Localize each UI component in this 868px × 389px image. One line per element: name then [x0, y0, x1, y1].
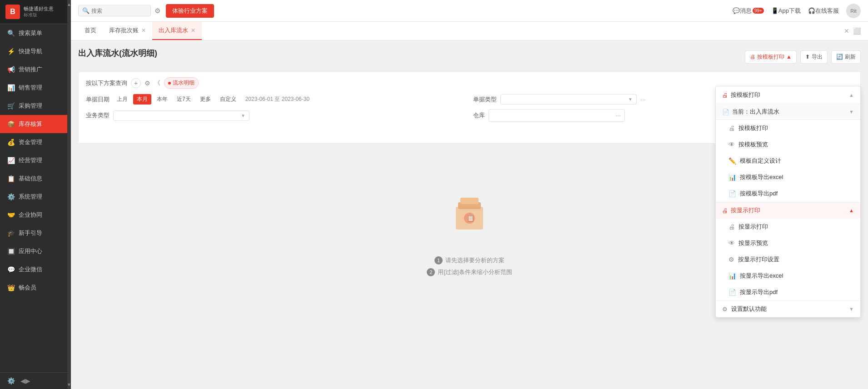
sidebar-item-search[interactable]: 🔍 搜索菜单	[0, 24, 67, 42]
msg-label: 消息	[740, 7, 752, 15]
sidebar-item-finance[interactable]: 💰 资金管理	[0, 133, 67, 151]
maximize-icon[interactable]: ⬜	[853, 27, 861, 35]
display-settings-label: 按显示打印设置	[738, 255, 779, 264]
sidebar-item-apps[interactable]: 🔲 应用中心	[0, 242, 67, 260]
collapse-sidebar-icon[interactable]: ◀▶	[20, 377, 30, 384]
sidebar-item-guide[interactable]: 🎓 新手引导	[0, 224, 67, 242]
tab-flow-close[interactable]: ✕	[191, 27, 195, 34]
sidebar-item-wechat[interactable]: 💬 企业微信	[0, 260, 67, 279]
sidebar-label: 库存核算	[19, 120, 42, 128]
template-excel-item[interactable]: 📊 按模板导出excel	[716, 169, 860, 185]
voucher-type-dots[interactable]: ···	[640, 96, 646, 103]
date-tab-7days[interactable]: 近7天	[173, 94, 195, 105]
app-subtitle: 标准版	[24, 12, 54, 18]
tabbar: 首页 库存批次账 ✕ 出入库流水 ✕ ✕ ⬜	[71, 22, 868, 40]
date-tab-more[interactable]: 更多	[196, 94, 215, 105]
sidebar-item-vip[interactable]: 👑 畅会员	[0, 279, 67, 297]
template-print-item[interactable]: 🖨 按模板打印	[716, 120, 860, 136]
template-pdf-item[interactable]: 📄 按模板导出pdf	[716, 185, 860, 202]
topbar: 🔍 ⚙ 体验行业方案 💬 消息 99+ 📱 App下载 🎧 在线客服 Rit	[71, 0, 868, 22]
online-service-btn[interactable]: 🎧 在线客服	[808, 7, 839, 15]
sidebar-item-inventory[interactable]: 📦 库存核算	[0, 115, 67, 133]
display-section-chevron: ▲	[849, 208, 854, 213]
warehouse-label: 仓库	[473, 111, 485, 120]
sidebar-label: 快捷导航	[19, 47, 42, 55]
template-section: 🖨 按模板打印 👁 按模板预览 ✏️ 模板自定义设计 📊 按模板导出excel …	[716, 120, 860, 202]
empty-illustration: 📋	[447, 193, 492, 247]
msg-icon: 💬	[733, 7, 740, 14]
voucher-type-dropdown[interactable]: ▼	[500, 94, 637, 105]
sidebar-item-basic[interactable]: 📋 基础信息	[0, 170, 67, 188]
sidebar-label: 经营管理	[19, 156, 42, 165]
panel-chevron-up: ▲	[849, 92, 854, 98]
warehouse-dropdown[interactable]: ···	[489, 109, 625, 122]
display-pdf-label: 按显示导出pdf	[740, 288, 778, 296]
filter-add-btn[interactable]: +	[131, 78, 141, 88]
current-icon: 📄	[722, 109, 729, 115]
business-type-label: 业务类型	[86, 111, 110, 120]
page-actions: 🖨 按模板打印 ▲ ⬆ 导出 🔄 刷新	[745, 50, 861, 64]
settings-footer-icon[interactable]: ⚙️	[7, 377, 15, 384]
message-btn[interactable]: 💬 消息 99+	[733, 7, 764, 15]
sidebar-item-operation[interactable]: 📈 经营管理	[0, 151, 67, 170]
refresh-btn[interactable]: 🔄 刷新	[831, 50, 861, 64]
design-icon: ✏️	[728, 157, 736, 165]
date-tab-lastmonth[interactable]: 上月	[113, 94, 131, 105]
date-tab-custom[interactable]: 自定义	[216, 94, 240, 105]
gear-icon[interactable]: ⚙	[155, 7, 160, 15]
filter-collapse-icon[interactable]: 《	[154, 79, 160, 87]
tab-home[interactable]: 首页	[78, 22, 103, 40]
display-section: 🖨 按显示打印 👁 按显示预览 ⚙ 按显示打印设置 📊 按显示导出excel 📄	[716, 219, 860, 301]
purchase-icon: 🛒	[7, 102, 15, 110]
date-tab-thisyear[interactable]: 本年	[153, 94, 171, 105]
refresh-icon: 🔄	[836, 54, 843, 60]
display-preview-item[interactable]: 👁 按显示预览	[716, 235, 860, 251]
display-excel-item[interactable]: 📊 按显示导出excel	[716, 268, 860, 284]
warehouse-dots[interactable]: ···	[615, 112, 621, 119]
print-btn[interactable]: 🖨 按模板打印 ▲	[745, 50, 797, 64]
user-avatar[interactable]: Rit	[846, 4, 861, 18]
tab-flow-label: 出入库流水	[159, 26, 188, 35]
minimize-icon[interactable]: ✕	[844, 27, 849, 35]
headset-icon: 🎧	[808, 7, 815, 14]
print-dropdown-panel: 🖨 按模板打印 ▲ 📄 当前：出入库流水 ▼ 🖨 按模板打印	[715, 86, 861, 318]
date-tab-thismonth[interactable]: 本月	[133, 94, 151, 105]
vip-icon: 👑	[7, 284, 15, 291]
tab-batch[interactable]: 库存批次账 ✕	[103, 22, 152, 40]
filter-setting-icon[interactable]: ⚙	[145, 80, 150, 87]
display-excel-label: 按显示导出excel	[740, 272, 783, 280]
template-preview-label: 按模板预览	[738, 140, 768, 149]
display-pdf-item[interactable]: 📄 按显示导出pdf	[716, 284, 860, 300]
tab-flow[interactable]: 出入库流水 ✕	[152, 22, 202, 40]
tab-batch-close[interactable]: ✕	[141, 27, 146, 34]
sidebar-item-purchase[interactable]: 🛒 采购管理	[0, 97, 67, 115]
sidebar-item-coop[interactable]: 🤝 企业协同	[0, 206, 67, 224]
template-preview-item[interactable]: 👁 按模板预览	[716, 136, 860, 153]
sidebar-item-quick[interactable]: ⚡ 快捷导航	[0, 42, 67, 60]
template-custom-item[interactable]: ✏️ 模板自定义设计	[716, 153, 860, 169]
display-settings-item[interactable]: ⚙ 按显示打印设置	[716, 251, 860, 268]
current-chevron: ▼	[849, 109, 854, 115]
display-section-header[interactable]: 🖨 按显示打印 ▲	[716, 202, 860, 219]
sidebar-label: 基础信息	[19, 175, 42, 183]
footer-chevron: ▼	[849, 306, 854, 312]
industry-btn[interactable]: 体验行业方案	[166, 4, 214, 18]
excel-icon: 📊	[728, 174, 736, 181]
business-type-dropdown[interactable]: ▼	[113, 110, 249, 121]
svg-text:📋: 📋	[467, 214, 475, 222]
date-tabs: 上月 本月 本年 近7天 更多 自定义	[113, 94, 240, 105]
search-icon-topbar: 🔍	[82, 7, 90, 14]
sidebar-item-marketing[interactable]: 📢 营销推广	[0, 60, 67, 79]
export-btn[interactable]: ⬆ 导出	[800, 50, 828, 64]
export-icon: ⬆	[805, 54, 810, 60]
display-print-item[interactable]: 🖨 按显示打印	[716, 219, 860, 235]
content-area: 出入库流水(流水明细) 🖨 按模板打印 ▲ ⬆ 导出 🔄 刷新	[71, 40, 868, 389]
current-template-row: 📄 当前：出入库流水 ▼	[716, 104, 860, 120]
print-dropdown-footer[interactable]: ⚙ 设置默认功能 ▼	[716, 301, 860, 317]
sidebar-item-system[interactable]: ⚙️ 系统管理	[0, 188, 67, 206]
search-input[interactable]	[91, 8, 146, 14]
filter-tag[interactable]: 流水明细	[164, 77, 199, 89]
topbar-search-box[interactable]: 🔍	[78, 5, 151, 16]
app-download-btn[interactable]: 📱 App下载	[771, 7, 801, 15]
sidebar-item-sales[interactable]: 📊 销售管理	[0, 79, 67, 97]
